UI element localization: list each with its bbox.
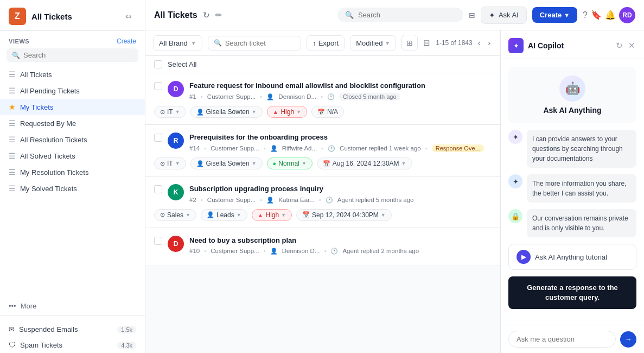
- ticket-type-pill[interactable]: ⊙ IT ▼: [154, 157, 186, 169]
- ticket-type-pill[interactable]: ⊙ Sales ▼: [154, 209, 196, 221]
- ticket-assignee-pill[interactable]: 👤 Gisella Sowten ▼: [190, 157, 263, 169]
- sidebar-nav: ☰ All Tickets ☰ All Pending Tickets ★ My…: [0, 66, 145, 297]
- sidebar-header-icons: ⇔: [121, 9, 136, 24]
- ticket-due-pill[interactable]: 📅 Aug 16, 2024 12:30AM ▼: [317, 157, 412, 169]
- due-label: Sep 12, 2024 04:30PM: [312, 211, 379, 219]
- sidebar-item-my-resolution[interactable]: ☰ My Resolution Tickets: [0, 164, 145, 180]
- ai-refresh-button[interactable]: ↻: [615, 40, 624, 52]
- ticket-footer: ⊙ IT ▼ 👤 Gisella Sowten ▼ ▲ High ▼: [154, 106, 492, 118]
- ai-panel-actions: ↻ ✕: [615, 40, 636, 52]
- ai-message: 🔒 Our conversation remains private and i…: [508, 209, 636, 237]
- sidebar-item-requested-by-me[interactable]: ☰ Requested By Me: [0, 115, 145, 131]
- bookmark-icon-button[interactable]: 🔖: [591, 10, 602, 20]
- ticket-status: Customer replied 1 week ago: [340, 145, 421, 152]
- ticket-checkbox[interactable]: [154, 82, 162, 90]
- sidebar-bottom: ✉ Suspended Emails 1.5k 🛡 Spam Tickets 4…: [0, 316, 145, 353]
- ticket-meta: #14 • Customer Supp... • 👤 Riffwire Ad..…: [189, 144, 492, 152]
- table-row[interactable]: R Prerequisites for the onboarding proce…: [145, 125, 500, 177]
- ticket-subject: Subscription upgrading process inquiry: [189, 184, 492, 194]
- ticket-subject: Feature request for inbound email allowl…: [189, 81, 492, 91]
- chevron-down-icon: ▼: [252, 161, 257, 166]
- sidebar-item-my-tickets[interactable]: ★ My Tickets: [0, 99, 145, 115]
- notification-icon-button[interactable]: 🔔: [605, 10, 616, 20]
- sidebar-more[interactable]: ••• More: [0, 297, 145, 316]
- ticket-priority-pill[interactable]: ▲ High ▼: [252, 209, 292, 221]
- next-page-button[interactable]: ›: [486, 37, 493, 48]
- ai-question-input[interactable]: [508, 331, 616, 348]
- clock-icon: 🕐: [328, 145, 335, 152]
- views-create-button[interactable]: Create: [117, 37, 136, 45]
- sidebar-spam-tickets[interactable]: 🛡 Spam Tickets 4.3k: [0, 337, 145, 353]
- prev-page-button[interactable]: ‹: [476, 37, 483, 48]
- modified-button[interactable]: Modified ▼: [350, 35, 396, 51]
- ticket-search-input[interactable]: [225, 39, 295, 47]
- person-icon: 👤: [207, 211, 214, 218]
- table-row[interactable]: D Need to buy a subscription plan #10 • …: [145, 228, 500, 266]
- sidebar-search-input[interactable]: [23, 51, 133, 59]
- ai-send-button[interactable]: →: [620, 331, 636, 348]
- agent-icon: 👤: [266, 93, 274, 100]
- sidebar-item-my-solved[interactable]: ☰ My Solved Tickets: [0, 180, 145, 197]
- sidebar-item-all-pending[interactable]: ☰ All Pending Tickets: [0, 83, 145, 99]
- select-all-checkbox[interactable]: [154, 60, 162, 68]
- pagination-text: 1-15 of 1843: [436, 39, 472, 47]
- table-row[interactable]: K Subscription upgrading process inquiry…: [145, 177, 500, 228]
- create-button[interactable]: Create ▼: [532, 7, 577, 23]
- sidebar-item-all-resolution[interactable]: ☰ All Resolution Tickets: [0, 131, 145, 148]
- sidebar-suspended-emails[interactable]: ✉ Suspended Emails 1.5k: [0, 322, 145, 337]
- ticket-assignee-pill[interactable]: 👤 Gisella Sowten ▼: [190, 106, 263, 118]
- list-icon: ☰: [9, 70, 16, 79]
- priority-icon: ●: [273, 160, 277, 167]
- sidebar-layout-icon[interactable]: ⇔: [121, 9, 136, 24]
- ai-close-button[interactable]: ✕: [627, 40, 636, 52]
- ai-generate-button[interactable]: Generate a response to the customer quer…: [508, 276, 636, 309]
- table-row[interactable]: D Feature request for inbound email allo…: [145, 73, 500, 125]
- more-icon: •••: [9, 302, 16, 310]
- ticket-search-box: 🔍: [208, 36, 301, 51]
- refresh-button[interactable]: ↻: [203, 10, 210, 20]
- create-label: Create: [540, 11, 562, 19]
- ticket-priority-pill[interactable]: ▲ High ▼: [267, 106, 308, 118]
- clock-icon: 🕐: [327, 93, 335, 100]
- view-toggle-button[interactable]: ⊞: [401, 35, 418, 51]
- ticket-checkbox[interactable]: [154, 134, 162, 142]
- ask-ai-button[interactable]: ✦ Ask AI: [481, 7, 527, 24]
- sidebar-item-all-solved[interactable]: ☰ All Solved Tickets: [0, 148, 145, 164]
- play-icon: ▶: [517, 250, 531, 264]
- ticket-priority-pill[interactable]: ● Normal ▼: [267, 157, 313, 169]
- filter2-button[interactable]: ⊟: [423, 38, 430, 48]
- ai-copilot-panel: ✦ AI Copilot ↻ ✕ 🤖 Ask AI Anything ✦: [500, 30, 644, 353]
- chevron-down-icon: ▼: [237, 212, 241, 218]
- chevron-down-icon: ▼: [186, 212, 190, 218]
- ai-message: ✦ I can provide answers to your question…: [508, 130, 636, 168]
- topbar-filter-button[interactable]: ⊟: [469, 11, 475, 20]
- sparkle-icon: ✦: [513, 133, 519, 141]
- agent-icon: 👤: [266, 197, 274, 204]
- user-avatar[interactable]: RD: [619, 7, 635, 23]
- avatar: R: [168, 133, 184, 149]
- ticket-due-pill[interactable]: 📅 Sep 12, 2024 04:30PM ▼: [296, 209, 392, 221]
- ai-intro-card: 🤖 Ask AI Anything: [508, 67, 636, 123]
- ai-msg-icon: ✦: [508, 130, 522, 144]
- brand-filter-button[interactable]: All Brand ▼: [153, 35, 202, 51]
- ticket-due-pill[interactable]: 📅 N/A: [311, 106, 344, 118]
- help-icon-button[interactable]: ?: [583, 10, 588, 20]
- sidebar-item-all-tickets[interactable]: ☰ All Tickets: [0, 66, 145, 83]
- export-button[interactable]: ↑ Export: [307, 35, 345, 51]
- person-icon: 👤: [196, 160, 204, 167]
- topbar-search-input[interactable]: [358, 11, 456, 19]
- ai-msg-icon: ✦: [508, 174, 522, 188]
- modified-label: Modified: [356, 39, 382, 47]
- ticket-num: #2: [189, 197, 196, 203]
- chevron-down-icon: ▼: [296, 109, 301, 115]
- ticket-assignee-pill[interactable]: 👤 Leads ▼: [201, 209, 247, 221]
- ticket-body: Subscription upgrading process inquiry #…: [189, 184, 492, 203]
- priority-label: High: [265, 211, 279, 219]
- ticket-type-pill[interactable]: ⊙ IT ▼: [154, 106, 186, 118]
- ticket-checkbox[interactable]: [154, 237, 162, 245]
- list-icon: ☰: [9, 152, 16, 160]
- views-label: Views: [9, 38, 29, 45]
- ai-tutorial-button[interactable]: ▶ Ask AI Anything tutorial: [508, 244, 636, 270]
- ticket-checkbox[interactable]: [154, 185, 162, 193]
- edit-button[interactable]: ✏: [215, 10, 222, 20]
